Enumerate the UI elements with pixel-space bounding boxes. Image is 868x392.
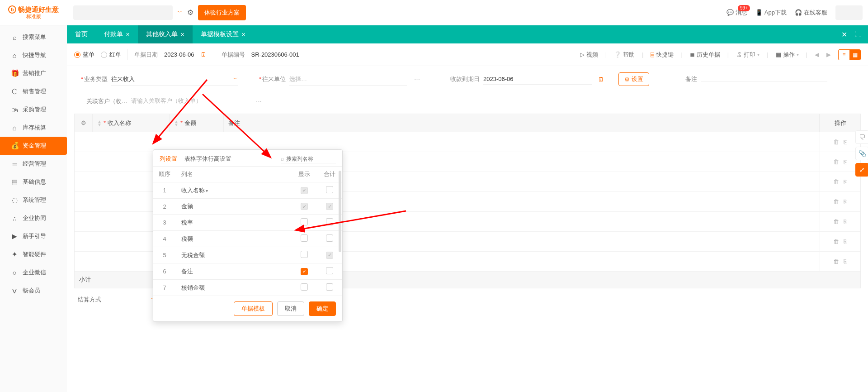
checkbox-icon[interactable]: [326, 234, 333, 242]
due-input[interactable]: 2023-06-06: [483, 74, 592, 85]
sidebar-item-3[interactable]: ⬡销售管理: [0, 82, 67, 100]
delete-icon[interactable]: 🗑: [833, 238, 839, 245]
tab-0[interactable]: 首页: [67, 25, 96, 43]
delete-icon[interactable]: 🗑: [833, 198, 839, 205]
view-list-icon[interactable]: ≡: [839, 50, 849, 60]
sidebar-item-0[interactable]: ⌕搜索菜单: [0, 28, 67, 46]
tab-2[interactable]: 其他收入单✕: [138, 25, 193, 43]
copy-icon[interactable]: ⎘: [844, 178, 847, 185]
settings-button[interactable]: ⚙设置: [618, 72, 649, 86]
delete-icon[interactable]: 🗑: [833, 139, 839, 145]
org-dropdown-icon[interactable]: ﹀: [177, 9, 183, 16]
prev-icon[interactable]: ◀: [815, 51, 819, 58]
checkbox-icon[interactable]: [301, 218, 308, 225]
checkbox-icon[interactable]: ✓: [326, 252, 333, 259]
checkbox-icon[interactable]: ✓: [301, 187, 308, 194]
checkbox-icon[interactable]: [301, 234, 308, 242]
calendar-icon[interactable]: 🗓: [201, 51, 207, 58]
copy-icon[interactable]: ⎘: [844, 158, 847, 165]
close-icon[interactable]: ✕: [241, 32, 245, 38]
sidebar-item-14[interactable]: V畅会员: [0, 282, 67, 300]
gear-icon[interactable]: ⚙: [187, 8, 193, 17]
view-grid-icon[interactable]: ▦: [849, 50, 860, 60]
popup-row-name: 税率: [176, 215, 292, 231]
unit-input[interactable]: 选择…: [289, 73, 407, 86]
sidebar-item-5[interactable]: ⌂库存核算: [0, 119, 67, 137]
checkbox-icon[interactable]: [326, 186, 333, 193]
copy-icon[interactable]: ⎘: [844, 198, 847, 205]
sidebar-item-7[interactable]: ≣经营管理: [0, 155, 67, 173]
sidebar-item-11[interactable]: ▶新手引导: [0, 227, 67, 245]
tab-close-icon[interactable]: ✕: [841, 30, 847, 39]
rail-note-icon[interactable]: 🗨: [855, 130, 868, 144]
popup-ok-button[interactable]: 确定: [309, 301, 336, 316]
popup-scrollbar[interactable]: [339, 171, 341, 252]
rail-clip-icon[interactable]: 📎: [855, 147, 868, 160]
sidebar-item-8[interactable]: ▤基础信息: [0, 173, 67, 191]
help-link[interactable]: ❔帮助: [614, 51, 635, 59]
ops-link[interactable]: ▦操作▾: [776, 51, 799, 59]
popup-template-button[interactable]: 单据模板: [234, 301, 273, 316]
blue-radio[interactable]: 蓝单: [74, 51, 94, 59]
delete-icon[interactable]: 🗑: [833, 258, 839, 265]
shortcut-link[interactable]: ⌸快捷键: [651, 51, 674, 59]
popup-search[interactable]: ⌕: [281, 154, 336, 163]
popup-tab-font[interactable]: 表格字体行高设置: [184, 155, 231, 163]
close-icon[interactable]: ✕: [180, 32, 184, 38]
service-link[interactable]: 🎧 在线客服: [795, 9, 827, 17]
sidebar-item-1[interactable]: ⌂快捷导航: [0, 46, 67, 64]
trial-button[interactable]: 体验行业方案: [198, 5, 246, 20]
checkbox-icon[interactable]: [326, 283, 333, 291]
copy-icon[interactable]: ⎘: [844, 139, 847, 145]
checkbox-icon[interactable]: ✓: [301, 268, 308, 275]
column-settings-button[interactable]: ⚙: [75, 114, 93, 132]
sidebar-item-13[interactable]: ○企业微信: [0, 263, 67, 282]
video-link[interactable]: ▷视频: [580, 51, 598, 59]
checkbox-icon[interactable]: [301, 283, 308, 291]
checkbox-icon[interactable]: ✓: [326, 203, 333, 210]
copy-icon[interactable]: ⎘: [844, 218, 847, 225]
doc-date-value[interactable]: 2023-06-06: [164, 51, 194, 58]
sidebar-item-12[interactable]: ✦智能硬件: [0, 245, 67, 263]
sidebar-item-10[interactable]: ⛬企业协同: [0, 209, 67, 227]
tab-1[interactable]: 付款单✕: [96, 25, 138, 43]
tab-3[interactable]: 单据模板设置✕: [193, 25, 254, 43]
red-radio[interactable]: 红单: [101, 51, 121, 59]
sidebar-item-4[interactable]: 🛍采购管理: [0, 100, 67, 119]
checkbox-icon[interactable]: [326, 218, 333, 225]
col-amount[interactable]: 金额: [184, 119, 196, 127]
next-icon[interactable]: ▶: [826, 51, 831, 58]
calendar-icon[interactable]: 🗓: [598, 76, 604, 83]
delete-icon[interactable]: 🗑: [833, 218, 839, 225]
rail-expand-icon[interactable]: ⤢: [855, 163, 868, 177]
org-selector[interactable]: [73, 5, 173, 20]
customer-more-icon[interactable]: ⋯: [256, 98, 262, 105]
messages-link[interactable]: 💬 消息 99+: [726, 9, 747, 17]
col-remark[interactable]: 备注: [228, 119, 240, 127]
checkbox-icon[interactable]: [326, 267, 333, 274]
copy-icon[interactable]: ⎘: [844, 258, 847, 265]
avatar[interactable]: [835, 5, 863, 20]
app-download-link[interactable]: 📱 App下载: [755, 9, 787, 17]
checkbox-icon[interactable]: ✓: [301, 203, 308, 210]
delete-icon[interactable]: 🗑: [833, 158, 839, 165]
sidebar-icon: ✦: [11, 250, 18, 258]
biz-type-select[interactable]: 往来收入: [111, 73, 238, 86]
sidebar-item-6[interactable]: 💰资金管理: [0, 137, 67, 155]
history-link[interactable]: ≣历史单据: [690, 51, 720, 59]
fullscreen-icon[interactable]: ⛶: [854, 30, 862, 38]
popup-search-input[interactable]: [286, 156, 336, 162]
close-icon[interactable]: ✕: [126, 32, 130, 38]
copy-icon[interactable]: ⎘: [844, 238, 847, 245]
delete-icon[interactable]: 🗑: [833, 178, 839, 185]
popup-tab-columns[interactable]: 列设置: [160, 155, 177, 163]
remark-input[interactable]: [701, 77, 827, 81]
checkbox-icon[interactable]: [301, 251, 308, 258]
print-link[interactable]: 🖨打印▾: [736, 51, 760, 59]
unit-more-icon[interactable]: ⋯: [414, 76, 420, 83]
col-income-name[interactable]: 收入名称: [108, 119, 131, 127]
customer-input[interactable]: 请输入关联客户（收入单）: [131, 95, 249, 107]
popup-cancel-button[interactable]: 取消: [277, 301, 304, 316]
sidebar-item-2[interactable]: 🎁营销推广: [0, 64, 67, 82]
sidebar-item-9[interactable]: ◌系统管理: [0, 191, 67, 209]
